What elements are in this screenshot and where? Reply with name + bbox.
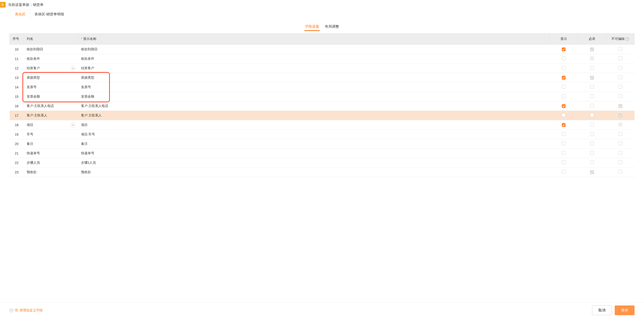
table-row: 23预收款预收款	[10, 168, 634, 177]
table-container: 序号 列名 *显示名称 显示 必录 不可编辑? 10收款到期日收款到期日11收款…	[10, 33, 634, 196]
row-display-name[interactable]: 发票号	[78, 82, 550, 92]
cell-show	[550, 82, 578, 92]
checkbox-readonly[interactable]	[618, 75, 622, 79]
table-row: 15发票金额发票金额	[10, 92, 634, 101]
checkbox-show[interactable]	[562, 142, 566, 145]
row-display-name[interactable]: 项目	[78, 120, 550, 130]
checkbox-readonly[interactable]	[618, 66, 622, 70]
checkbox-show[interactable]	[562, 151, 566, 155]
cell-readonly	[606, 130, 634, 139]
row-display-name[interactable]: 收款到期日	[78, 45, 550, 54]
row-seq: 12	[10, 64, 24, 73]
sub-tab-0[interactable]: 字段设置	[304, 23, 320, 31]
cell-required	[578, 158, 606, 168]
col-required-header: 必录	[578, 34, 606, 45]
row-name: 项目+	[24, 120, 78, 130]
checkbox-show[interactable]	[562, 113, 566, 117]
checkbox-required[interactable]	[590, 113, 594, 117]
row-display-name[interactable]: 步骤1人员	[78, 158, 550, 168]
row-display-name[interactable]: 备注	[78, 139, 550, 148]
checkbox-show[interactable]	[562, 48, 566, 51]
cell-required	[578, 92, 606, 101]
checkbox-show[interactable]	[562, 170, 566, 174]
checkbox-show[interactable]	[562, 123, 566, 127]
cell-readonly	[606, 139, 634, 148]
checkbox-show[interactable]	[562, 94, 566, 98]
cell-readonly	[606, 73, 634, 82]
checkbox-readonly[interactable]	[618, 160, 622, 164]
checkbox-show[interactable]	[562, 76, 566, 80]
sub-tabs: 字段设置布局调整	[0, 19, 644, 33]
checkbox-show[interactable]	[562, 132, 566, 136]
checkbox-show[interactable]	[562, 160, 566, 164]
row-display-name[interactable]: 预收款	[78, 168, 550, 177]
row-display-name[interactable]: 项目.车号	[78, 130, 550, 139]
checkbox-required[interactable]	[590, 122, 594, 126]
checkbox-readonly[interactable]	[618, 170, 622, 174]
cell-show	[550, 111, 578, 120]
add-icon[interactable]: +	[71, 66, 75, 71]
checkbox-readonly[interactable]	[618, 56, 622, 60]
checkbox-show[interactable]	[562, 56, 566, 60]
checkbox-required[interactable]	[590, 132, 594, 136]
checkbox-required[interactable]	[590, 94, 594, 98]
help-icon[interactable]: ?	[626, 37, 629, 41]
col-display-header: *显示名称	[78, 34, 550, 45]
row-display-name[interactable]: 客户.主联系人	[78, 111, 550, 120]
main-tab-0[interactable]: 表头区	[10, 10, 30, 19]
checkbox-show[interactable]	[562, 66, 566, 70]
checkbox-readonly[interactable]	[618, 47, 622, 51]
row-name: 客户.主联系人	[24, 111, 78, 120]
row-display-name[interactable]: 发票金额	[78, 92, 550, 101]
checkbox-readonly[interactable]	[618, 94, 622, 98]
checkbox-required[interactable]	[590, 66, 594, 70]
row-display-name[interactable]: 票据类型	[78, 73, 550, 82]
row-seq: 11	[10, 54, 24, 64]
row-seq: 19	[10, 130, 24, 139]
checkbox-show[interactable]	[562, 85, 566, 88]
row-seq: 10	[10, 45, 24, 54]
checkbox-show[interactable]	[562, 104, 566, 108]
row-name: 发票金额	[24, 92, 78, 101]
cell-readonly	[606, 54, 634, 64]
table-row: 21快递单号快递单号	[10, 148, 634, 158]
cell-required	[578, 139, 606, 148]
sub-tab-1[interactable]: 布局调整	[324, 23, 340, 31]
row-display-name[interactable]: 客户.主联系人电话	[78, 101, 550, 111]
checkbox-required	[590, 76, 594, 80]
cell-show	[550, 54, 578, 64]
table-row: 17客户.主联系人客户.主联系人	[10, 111, 634, 120]
row-display-name[interactable]: 结算客户	[78, 64, 550, 73]
checkbox-readonly[interactable]	[618, 85, 622, 88]
checkbox-required[interactable]	[590, 160, 594, 164]
cell-required	[578, 101, 606, 111]
row-display-name[interactable]: 快递单号	[78, 148, 550, 158]
checkbox-readonly[interactable]	[618, 132, 622, 136]
checkbox-required[interactable]	[590, 85, 594, 88]
checkbox-readonly	[618, 122, 622, 126]
row-name: 收款条件	[24, 54, 78, 64]
checkbox-readonly[interactable]	[618, 142, 622, 145]
col-display-label: 显示名称	[83, 37, 96, 41]
checkbox-required[interactable]	[590, 104, 594, 108]
cell-show	[550, 101, 578, 111]
cell-show	[550, 45, 578, 54]
checkbox-readonly[interactable]	[618, 151, 622, 155]
cell-readonly	[606, 82, 634, 92]
cell-readonly	[606, 111, 634, 120]
main-tab-1[interactable]: 表体区-销货单明细	[30, 10, 68, 19]
collapse-button[interactable]	[0, 2, 6, 8]
col-show-header: 显示	[550, 34, 578, 45]
cell-required	[578, 168, 606, 177]
cell-show	[550, 120, 578, 130]
add-icon[interactable]: +	[71, 122, 75, 127]
checkbox-required[interactable]	[590, 142, 594, 145]
row-seq: 15	[10, 92, 24, 101]
row-seq: 21	[10, 148, 24, 158]
cell-readonly	[606, 45, 634, 54]
table-row: 22步骤人员步骤1人员	[10, 158, 634, 168]
checkbox-required	[590, 170, 594, 174]
checkbox-required[interactable]	[590, 151, 594, 155]
row-display-name[interactable]: 收款条件	[78, 54, 550, 64]
row-seq: 17	[10, 111, 24, 120]
